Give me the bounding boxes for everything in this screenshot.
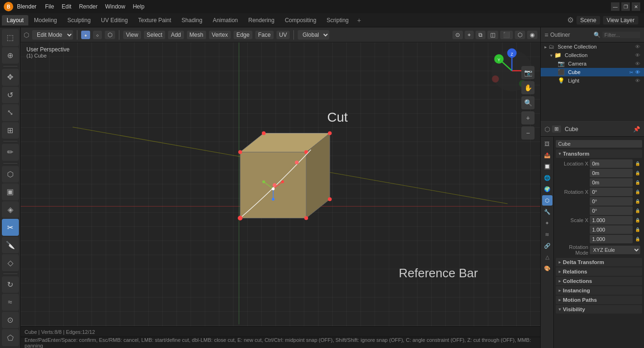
scene-collection-eye[interactable]: 👁 xyxy=(635,44,640,50)
rotation-y-field[interactable]: 0° xyxy=(590,197,633,206)
props-pin-icon[interactable]: 📌 xyxy=(633,126,640,133)
close-btn[interactable]: ✕ xyxy=(632,2,640,11)
solid-mode-btn[interactable]: ⬛ xyxy=(500,31,513,39)
tool-knife[interactable]: 🔪 xyxy=(2,237,19,254)
ps-icon-object[interactable]: ⬡ xyxy=(542,195,552,206)
ps-icon-data[interactable]: △ xyxy=(542,252,552,262)
tool-select-box[interactable]: ⬚ xyxy=(2,29,19,46)
tab-uv-editing[interactable]: UV Editing xyxy=(96,15,133,25)
location-z-field[interactable]: 0m xyxy=(590,178,633,187)
edge-mode-btn[interactable]: ⬦ xyxy=(93,31,102,39)
scale-y-lock[interactable]: 🔒 xyxy=(635,227,640,232)
ps-icon-view-layer[interactable]: 🔲 xyxy=(542,161,552,172)
tab-scripting[interactable]: Scripting xyxy=(322,15,353,25)
tab-compositing[interactable]: Compositing xyxy=(280,15,321,25)
tool-annotate[interactable]: ✏ xyxy=(2,144,19,161)
tool-loop-cut[interactable]: ✂ xyxy=(2,219,19,236)
zoom-out-btn[interactable]: − xyxy=(521,126,535,140)
outliner-item-light[interactable]: 💡 Light 👁 xyxy=(541,76,644,85)
window-menu[interactable]: Window xyxy=(102,2,128,11)
outliner-item-scene-collection[interactable]: ▸ 🗂 Scene Collection 👁 xyxy=(541,42,644,51)
location-z-lock[interactable]: 🔒 xyxy=(635,180,640,185)
overlay-btn[interactable]: ⧉ xyxy=(476,31,485,39)
ps-icon-particles[interactable]: ✦ xyxy=(542,218,552,228)
zoom-btn[interactable]: 🔍 xyxy=(521,96,535,109)
tool-bevel[interactable]: ◈ xyxy=(2,201,19,218)
viewport-canvas[interactable]: User Perspective (1) Cube Cut Reference … xyxy=(21,42,540,348)
edge-menu-btn[interactable]: Edge xyxy=(234,31,252,39)
scale-x-lock[interactable]: 🔒 xyxy=(635,218,640,223)
rotation-mode-select[interactable]: XYZ Eule xyxy=(590,246,640,254)
snap-btn[interactable]: ⌖ xyxy=(465,31,474,39)
tool-extrude[interactable]: ⬡ xyxy=(2,166,19,183)
collections-header[interactable]: ▸ Collections xyxy=(556,277,642,285)
camera-view-btn[interactable]: 📷 xyxy=(521,66,535,79)
ps-icon-output[interactable]: 📤 xyxy=(542,150,552,160)
props-mode-selector[interactable]: ⊞ xyxy=(552,125,561,133)
rotation-z-field[interactable]: 0° xyxy=(590,207,633,215)
scale-x-field[interactable]: 1.000 xyxy=(590,216,633,224)
scene-selector[interactable]: Scene xyxy=(577,16,600,25)
collection-eye[interactable]: 👁 xyxy=(635,52,640,58)
render-menu[interactable]: Render xyxy=(76,2,100,11)
light-eye[interactable]: 👁 xyxy=(635,78,640,83)
minimize-btn[interactable]: — xyxy=(611,2,619,11)
tab-layout[interactable]: Layout xyxy=(2,15,28,25)
rotation-y-lock[interactable]: 🔒 xyxy=(635,199,640,204)
mode-select[interactable]: Edit Mode xyxy=(32,30,73,40)
outliner-item-camera[interactable]: 📷 Camera 👁 xyxy=(541,59,644,68)
visibility-header[interactable]: ▾ Visibility xyxy=(556,305,642,314)
select-menu-btn[interactable]: Select xyxy=(144,31,165,39)
tool-transform[interactable]: ⊞ xyxy=(2,122,19,139)
view-layer-selector[interactable]: View Layer xyxy=(603,16,638,25)
ps-icon-scene[interactable]: 🌐 xyxy=(542,173,552,183)
face-mode-btn[interactable]: ⬡ xyxy=(105,31,115,39)
tool-scale[interactable]: ⤡ xyxy=(2,104,19,121)
delta-transform-header[interactable]: ▸ Delta Transform xyxy=(556,258,642,266)
tool-shear[interactable]: ⬠ xyxy=(2,329,19,346)
menu-bar[interactable]: File Edit Render Window Help xyxy=(42,2,147,11)
motion-paths-header[interactable]: ▸ Motion Paths xyxy=(556,296,642,304)
tab-sculpting[interactable]: Sculpting xyxy=(63,15,95,25)
location-y-field[interactable]: 0m xyxy=(590,169,633,177)
hand-tool-btn[interactable]: ✋ xyxy=(521,81,535,94)
cube-eye[interactable]: 👁 xyxy=(635,69,640,75)
file-menu[interactable]: File xyxy=(42,2,57,11)
tool-move[interactable]: ✥ xyxy=(2,69,19,86)
tab-shading[interactable]: Shading xyxy=(177,15,207,25)
maximize-btn[interactable]: ❐ xyxy=(621,2,630,11)
tool-cursor[interactable]: ⊕ xyxy=(2,47,19,64)
ps-icon-world[interactable]: 🌍 xyxy=(542,184,552,194)
outliner-item-cube[interactable]: ⬛ Cube ✂ 👁 xyxy=(541,68,644,76)
proportional-edit-btn[interactable]: ⊙ xyxy=(452,31,463,39)
ps-icon-constraints[interactable]: 🔗 xyxy=(542,240,552,251)
ps-icon-modifier[interactable]: 🔧 xyxy=(542,207,552,217)
outliner-search-input[interactable] xyxy=(602,32,640,38)
add-menu-btn[interactable]: Add xyxy=(168,31,184,39)
location-y-lock[interactable]: 🔒 xyxy=(635,171,640,175)
gizmo-nav-neg-x-dot[interactable] xyxy=(492,75,499,83)
camera-eye[interactable]: 👁 xyxy=(635,61,640,66)
tool-spin[interactable]: ↻ xyxy=(2,276,19,293)
location-x-lock[interactable]: 🔒 xyxy=(635,161,640,166)
transform-section-header[interactable]: ▾ Transform xyxy=(556,149,642,158)
uv-menu-btn[interactable]: UV xyxy=(276,31,290,39)
help-menu[interactable]: Help xyxy=(130,2,147,11)
tab-animation[interactable]: Animation xyxy=(208,15,243,25)
viewport[interactable]: ⬡ Edit Mode ⬥ ⬦ ⬡ View Select Add Mesh V… xyxy=(21,27,540,348)
zoom-in-btn[interactable]: + xyxy=(521,111,535,124)
tab-texture-paint[interactable]: Texture Paint xyxy=(134,15,176,25)
rotation-x-lock[interactable]: 🔒 xyxy=(635,190,640,194)
location-x-field[interactable]: 0m xyxy=(590,159,633,168)
relations-header[interactable]: ▸ Relations xyxy=(556,267,642,276)
tool-polypen[interactable]: ◇ xyxy=(2,254,19,271)
view-menu-btn[interactable]: View xyxy=(123,31,141,39)
scale-y-field[interactable]: 1.000 xyxy=(590,225,633,234)
ps-icon-physics[interactable]: ≋ xyxy=(542,229,552,240)
edit-menu[interactable]: Edit xyxy=(59,2,75,11)
outliner-item-collection[interactable]: ▾ 📁 Collection 👁 xyxy=(541,51,644,59)
ps-icon-render[interactable]: 🖼 xyxy=(542,139,552,149)
rotation-z-lock[interactable]: 🔒 xyxy=(635,208,640,213)
transform-space-select[interactable]: Global xyxy=(298,30,329,40)
tool-rotate[interactable]: ↺ xyxy=(2,87,19,104)
